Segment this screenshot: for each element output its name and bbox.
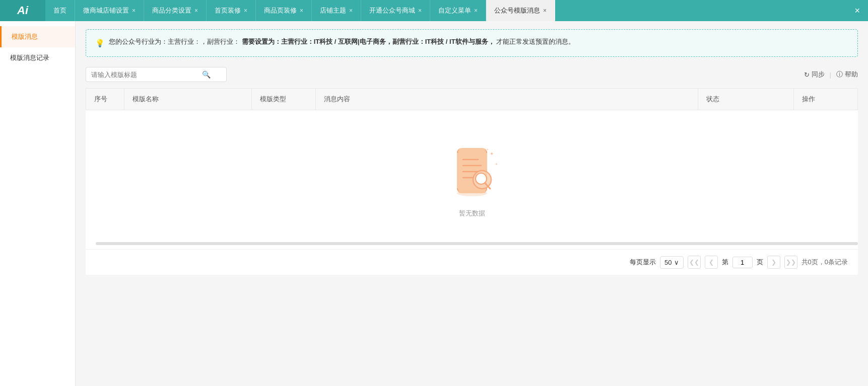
search-input[interactable] [91,71,202,79]
data-table: 序号模版名称模版类型消息内容状态操作 [86,88,858,110]
notice-text: 您的公众号行业为：主营行业：，副营行业： 需要设置为：主营行业：IT科技 / 互… [109,37,575,47]
last-page-button[interactable]: ❯❯ [784,256,797,269]
table-header-row: 序号模版名称模版类型消息内容状态操作 [86,89,858,110]
toolbar-divider: | [830,71,831,79]
top-navigation: Ai 首页微商城店铺设置×商品分类设置×首页装修×商品页装修×店铺主题×开通公众… [0,0,868,21]
nav-tab-close-6[interactable]: × [418,8,422,14]
nav-tab-8[interactable]: 公众号模版消息× [486,0,555,21]
search-input-wrapper[interactable]: 🔍 [86,67,227,82]
sync-icon: ↻ [804,71,810,79]
nav-tab-6[interactable]: 开通公众号商城× [361,0,430,21]
logo: Ai [0,0,45,21]
notice-highlight: 需要设置为：主营行业：IT科技 / 互联网|电子商务，副营行业：IT科技 / I… [242,38,495,45]
sidebar-item-1[interactable]: 模版消息记录 [0,47,75,68]
nav-tab-5[interactable]: 店铺主题× [312,0,361,21]
nav-tab-close-1[interactable]: × [132,8,136,14]
nav-tab-3[interactable]: 首页装修× [207,0,256,21]
toolbar-right: ↻ 同步 | ⓘ 帮助 [804,70,858,79]
next-page-button[interactable]: ❯ [767,256,780,269]
main-layout: 模版消息模版消息记录 💡 您的公众号行业为：主营行业：，副营行业： 需要设置为：… [0,21,868,386]
content-area: 💡 您的公众号行业为：主营行业：，副营行业： 需要设置为：主营行业：IT科技 /… [76,21,868,386]
help-button[interactable]: ⓘ 帮助 [836,70,858,79]
nav-tab-7[interactable]: 自定义菜单× [430,0,486,21]
nav-tab-1[interactable]: 微商城店铺设置× [75,0,144,21]
empty-icon: ✦ ✦ ✦ [442,140,502,201]
svg-text:✦: ✦ [495,162,498,167]
page-label-pre: 第 [722,258,728,267]
nav-tab-0[interactable]: 首页 [45,0,75,21]
notice-icon: 💡 [95,37,105,49]
per-page-select[interactable]: 50 ∨ [660,256,683,269]
first-page-button[interactable]: ❮❮ [688,256,701,269]
chevron-down-icon: ∨ [674,259,679,266]
nav-tab-2[interactable]: 商品分类设置× [144,0,207,21]
help-icon: ⓘ [836,70,843,79]
page-label-post: 页 [757,258,763,267]
horizontal-scrollbar-area [86,238,858,249]
sync-button[interactable]: ↻ 同步 [804,70,825,79]
nav-tab-close-7[interactable]: × [474,8,478,14]
nav-tab-close-4[interactable]: × [300,8,303,14]
col-header-0: 序号 [86,89,124,110]
pagination: 每页显示 50 ∨ ❮❮ ❮ 第 页 ❯ ❯❯ 共0页，0条记录 [86,249,858,275]
nav-tab-close-2[interactable]: × [194,8,198,14]
per-page-label: 每页显示 [630,258,656,267]
col-header-5: 操作 [794,89,858,110]
nav-tab-close-3[interactable]: × [244,8,247,14]
svg-text:✦: ✦ [486,148,489,151]
page-number-input[interactable] [732,257,753,268]
col-header-1: 模版名称 [124,89,251,110]
search-bar: 🔍 ↻ 同步 | ⓘ 帮助 [86,67,858,82]
nav-tab-close-5[interactable]: × [349,8,353,14]
col-header-2: 模版类型 [252,89,316,110]
sidebar: 模版消息模版消息记录 [0,21,76,386]
close-all-tabs-button[interactable]: × [846,0,868,21]
prev-page-button[interactable]: ❮ [705,256,718,269]
notice-bar: 💡 您的公众号行业为：主营行业：，副营行业： 需要设置为：主营行业：IT科技 /… [86,29,858,57]
per-page-value: 50 [664,259,672,266]
nav-tab-4[interactable]: 商品页装修× [256,0,312,21]
nav-tab-close-8[interactable]: × [543,8,547,14]
sidebar-item-0[interactable]: 模版消息 [0,26,75,47]
horizontal-scrollbar[interactable] [96,242,858,245]
search-icon[interactable]: 🔍 [202,70,211,79]
empty-text: 暂无数据 [459,209,485,218]
col-header-3: 消息内容 [315,89,698,110]
nav-tabs: 首页微商城店铺设置×商品分类设置×首页装修×商品页装修×店铺主题×开通公众号商城… [45,0,846,21]
empty-state: ✦ ✦ ✦ 暂无数据 [86,110,858,238]
table-header: 序号模版名称模版类型消息内容状态操作 [86,89,858,110]
svg-text:✦: ✦ [490,151,494,157]
total-info: 共0页，0条记录 [802,258,848,267]
col-header-4: 状态 [698,89,794,110]
